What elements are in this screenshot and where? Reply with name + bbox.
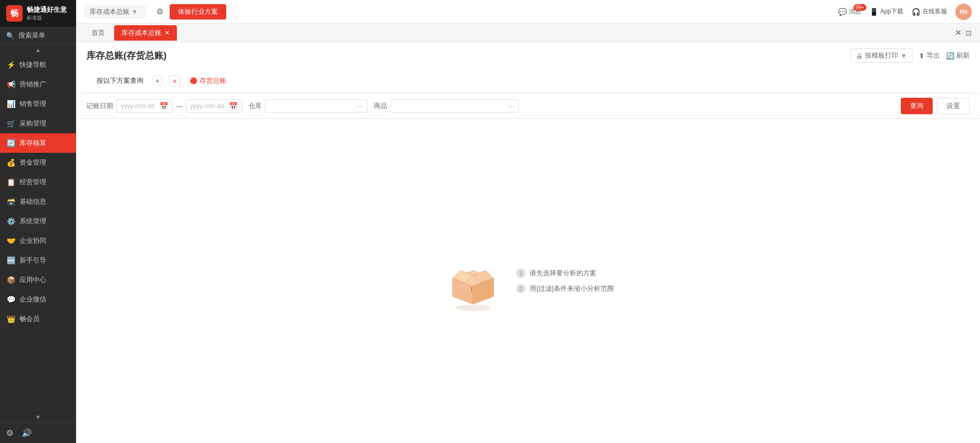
sidebar-item-label: 资金管理: [20, 158, 70, 167]
topbar-left: 库存成本总账 ▼ ⚙ 体验行业方案: [84, 4, 838, 20]
headset-icon: 🎧: [912, 8, 920, 16]
warehouse-input[interactable]: ···: [265, 99, 368, 113]
sidebar-item-inventory[interactable]: 🔄 库存核算: [0, 133, 76, 153]
calendar-start-icon: 📅: [159, 102, 168, 110]
sidebar-search[interactable]: 🔍 搜索菜单: [0, 27, 76, 45]
marketing-icon: 📢: [6, 80, 15, 88]
sidebar-item-wechat[interactable]: 💬 企业微信: [0, 290, 76, 309]
content-area: 库存总账(存货总账) 🖨 按模板打印 ▼ ⬆ 导出 🔄 刷新: [76, 42, 980, 443]
page-title-actions: 🖨 按模板打印 ▼ ⬆ 导出 🔄 刷新: [850, 48, 970, 63]
message-icon: 💬: [838, 8, 847, 16]
filter-add-button[interactable]: +: [152, 75, 163, 86]
topbar-right: 💬 消息 99+ 📱 App下载 🎧 在线客服 Rit: [838, 4, 972, 20]
refresh-button[interactable]: 🔄 刷新: [946, 51, 970, 60]
print-label: 按模板打印: [865, 51, 898, 60]
app-download-button[interactable]: 📱 App下载: [869, 7, 903, 16]
tab-inventory-cost[interactable]: 库存成本总账 ✕: [114, 25, 177, 41]
refresh-icon: 🔄: [946, 52, 954, 60]
mobile-icon: 📱: [869, 8, 878, 16]
sidebar-scroll-down[interactable]: ▼: [0, 412, 76, 422]
app-logo: 畅 畅捷通好生意 标准版: [0, 0, 76, 27]
app-badge: 标准版: [27, 14, 67, 22]
tab-home[interactable]: 首页: [84, 25, 112, 41]
svg-text:!: !: [470, 286, 473, 294]
filter-scheme-item[interactable]: 🔴 存货总账: [187, 75, 229, 86]
sidebar-item-member[interactable]: 👑 畅会员: [0, 309, 76, 329]
empty-box-svg: !: [442, 250, 504, 312]
print-chevron-icon: ▼: [900, 52, 907, 60]
online-service-label: 在线客服: [922, 7, 947, 16]
query-button[interactable]: 查询: [901, 98, 933, 114]
warehouse-more-icon[interactable]: ···: [357, 102, 363, 110]
settings-button[interactable]: 设置: [937, 98, 970, 114]
svg-point-6: [455, 305, 491, 311]
sidebar-item-label: 应用中心: [20, 275, 70, 285]
sidebar-item-sales[interactable]: 📊 销售管理: [0, 94, 76, 114]
goods-label: 商品: [374, 101, 387, 111]
settings-icon[interactable]: ⚙: [6, 428, 13, 438]
sidebar-item-system[interactable]: ⚙️ 系统管理: [0, 211, 76, 231]
export-label: 导出: [927, 51, 940, 60]
goods-more-icon[interactable]: ···: [508, 102, 514, 110]
page-title: 库存总账(存货总账): [86, 49, 167, 62]
sidebar-item-label: 企业微信: [20, 295, 70, 304]
topbar-title-area[interactable]: 库存成本总账 ▼: [84, 5, 146, 19]
wechat-icon: 💬: [6, 295, 15, 304]
empty-state-inner: ! 1 请先选择要分析的方案 2 用[过滤]条件来缩小分析范围: [442, 250, 613, 312]
date-separator: —: [176, 102, 183, 110]
search-icon: 🔍: [6, 32, 14, 40]
print-icon: 🖨: [856, 52, 863, 60]
topbar: 库存成本总账 ▼ ⚙ 体验行业方案 💬 消息 99+ 📱 App下载 🎧 在线客…: [76, 0, 980, 24]
system-icon: ⚙️: [6, 217, 15, 225]
online-service-button[interactable]: 🎧 在线客服: [912, 7, 947, 16]
app-name: 畅捷通好生意: [27, 5, 67, 14]
refresh-label: 刷新: [956, 51, 970, 60]
message-button[interactable]: 💬 消息 99+: [838, 7, 861, 16]
tip-item-2: 2 用[过滤]条件来缩小分析范围: [516, 284, 613, 293]
user-avatar[interactable]: Rit: [955, 4, 972, 20]
export-button[interactable]: ⬆ 导出: [919, 51, 940, 60]
resize-icon[interactable]: ⊡: [966, 29, 972, 37]
chevron-down-icon: ▼: [132, 8, 138, 15]
export-icon: ⬆: [919, 52, 924, 60]
sidebar-search-label: 搜索菜单: [19, 31, 45, 40]
sidebar-item-appstore[interactable]: 📦 应用中心: [0, 270, 76, 290]
goods-input[interactable]: ···: [390, 99, 519, 113]
sidebar-item-finance[interactable]: 💰 资金管理: [0, 153, 76, 172]
inventory-icon: 🔄: [6, 139, 15, 147]
sidebar-item-label: 快捷导航: [20, 60, 70, 69]
filter-row: 记账日期 yyyy-mm-dd 📅 — yyyy-mm-dd 📅 仓库 ···: [76, 94, 980, 119]
sidebar-scroll-up[interactable]: ▲: [0, 45, 76, 55]
sidebar-item-label: 采购管理: [20, 119, 70, 128]
sidebar-item-basic[interactable]: 🗃️ 基础信息: [0, 192, 76, 211]
sidebar-item-cooperation[interactable]: 🤝 企业协同: [0, 231, 76, 251]
print-button[interactable]: 🖨 按模板打印 ▼: [850, 48, 913, 63]
filter-collapse-button[interactable]: «: [169, 75, 180, 86]
sidebar-item-marketing[interactable]: 📢 营销推广: [0, 75, 76, 94]
topbar-title: 库存成本总账: [89, 7, 130, 16]
date-filter-group: 记账日期 yyyy-mm-dd 📅 — yyyy-mm-dd 📅: [86, 99, 242, 113]
tab-close-icon[interactable]: ✕: [165, 29, 170, 37]
user-name: Rit: [960, 9, 968, 15]
app-download-label: App下载: [880, 7, 903, 16]
sidebar: 畅 畅捷通好生意 标准版 🔍 搜索菜单 ▲ ⚡ 快捷导航 📢 营销推广 📊 销售…: [0, 0, 76, 443]
speaker-icon[interactable]: 🔊: [22, 428, 32, 438]
guide-icon: 🆕: [6, 256, 15, 264]
sidebar-item-purchase[interactable]: 🛒 采购管理: [0, 114, 76, 133]
member-icon: 👑: [6, 315, 15, 323]
sidebar-item-quick-nav[interactable]: ⚡ 快捷导航: [0, 55, 76, 75]
promo-button[interactable]: 体验行业方案: [170, 4, 226, 20]
sidebar-item-label: 新手引导: [20, 256, 70, 265]
close-panel-icon[interactable]: ✕: [955, 28, 961, 38]
date-end-input[interactable]: yyyy-mm-dd 📅: [186, 99, 242, 113]
sidebar-item-label: 库存核算: [20, 138, 70, 148]
date-start-input[interactable]: yyyy-mm-dd 📅: [116, 99, 173, 113]
sidebar-item-label: 销售管理: [20, 99, 70, 109]
tip-num-2: 2: [516, 284, 525, 293]
main-area: 库存成本总账 ▼ ⚙ 体验行业方案 💬 消息 99+ 📱 App下载 🎧 在线客…: [76, 0, 980, 443]
sidebar-item-operation[interactable]: 📋 经营管理: [0, 172, 76, 192]
topbar-gear-icon[interactable]: ⚙: [156, 7, 164, 16]
finance-icon: 💰: [6, 158, 15, 167]
page-header: 库存总账(存货总账) 🖨 按模板打印 ▼ ⬆ 导出 🔄 刷新: [76, 42, 980, 94]
sidebar-item-guide[interactable]: 🆕 新手引导: [0, 251, 76, 270]
